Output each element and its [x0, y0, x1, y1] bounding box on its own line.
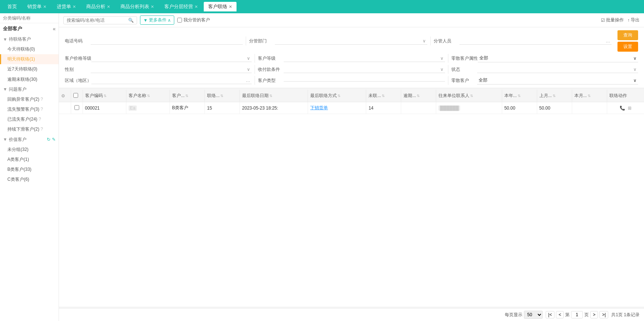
filter-icon: ▼	[143, 18, 148, 23]
price-level-select[interactable]: ∨	[91, 55, 252, 62]
row-select-checkbox[interactable]	[74, 105, 79, 110]
page-size-select[interactable]: 50 100 200	[524, 311, 543, 319]
sidebar-item-tomorrow-contact[interactable]: 明天待联络(1)	[0, 54, 59, 64]
sort-unit-icon[interactable]: ⇅	[470, 94, 473, 98]
close-customer-tier-icon[interactable]: ✕	[195, 4, 198, 9]
retail-customer-label: 零散客户	[451, 77, 477, 84]
query-button[interactable]: 查询	[617, 30, 638, 40]
sidebar-item-7day-contact[interactable]: 近7天待联络(0)	[0, 64, 59, 74]
close-sales-order-icon[interactable]: ✕	[43, 4, 46, 9]
sort-overdue-icon[interactable]: ⇅	[417, 94, 420, 98]
payment-select[interactable]: ∨	[284, 66, 445, 73]
customer-level-select[interactable]: ∨	[284, 55, 445, 62]
sort-name-icon[interactable]: ⇅	[147, 94, 150, 98]
manager-select[interactable]: …	[459, 38, 612, 45]
batch-operation-button[interactable]: ☑ 批量操作	[601, 17, 624, 23]
all-customers-section[interactable]: 全部客户 «	[0, 23, 59, 34]
sort-uncontact-icon[interactable]: ⇅	[382, 94, 385, 98]
row-this-month	[572, 102, 607, 114]
sidebar-search-input[interactable]	[3, 15, 58, 21]
select-all-checkbox[interactable]	[73, 93, 78, 98]
close-product-analysis-icon[interactable]: ✕	[107, 4, 110, 9]
filter-row-1: 电话号码 分管部门 ∨ 分管人员 …	[65, 30, 638, 52]
sidebar-item-overdue-contact[interactable]: 逾期未联络(30)	[0, 75, 59, 84]
retail-attr-select[interactable]: 全部 ∨	[478, 54, 638, 62]
sidebar-item-churn-warning[interactable]: 流失预警客户(3) ?	[0, 104, 59, 114]
my-customers-filter[interactable]: 我分管的客户	[177, 17, 210, 23]
sort-method-icon[interactable]: ⇅	[337, 94, 340, 98]
main-search-icon[interactable]: 🔍	[128, 18, 134, 23]
filter-row-3: 性别 ∨ 收付款条件 ∨ 状态 ∨	[65, 65, 638, 74]
page-unit: 页	[584, 312, 589, 318]
batch-op-label: 批量操作	[606, 17, 624, 23]
sidebar-item-class-c[interactable]: C类客户(6)	[0, 175, 59, 184]
sort-year-icon[interactable]: ⇅	[518, 94, 521, 98]
export-button[interactable]: ↑ 导出	[627, 17, 640, 23]
nav-customer-tier[interactable]: 客户分层经营✕	[160, 2, 202, 11]
sidebar-item-class-b[interactable]: B类客户(33)	[0, 165, 59, 175]
phone-input[interactable]	[91, 38, 243, 45]
filter-manager: 分管人员 …	[434, 38, 612, 45]
action-more-icon[interactable]: ⊞	[628, 106, 631, 111]
last-contact-method-link[interactable]: 下销货单	[310, 105, 328, 110]
row-last-month: 50.00	[537, 102, 572, 114]
filter-button[interactable]: ▼ 更多条件 ∧	[140, 15, 174, 25]
filter-arrow-icon: ∧	[168, 18, 171, 23]
sort-lastmonth-icon[interactable]: ⇅	[553, 94, 556, 98]
sidebar-group-problem-customers[interactable]: ▼ 问题客户	[0, 84, 59, 94]
settings-button[interactable]: 设置	[617, 42, 638, 52]
main-search-input[interactable]	[67, 18, 128, 23]
footer: 每页显示 50 100 200 |< < 第 页 > >| 共1页 1条记录	[59, 308, 644, 321]
close-customer-contact-icon[interactable]: ✕	[229, 4, 232, 9]
filter-status: 状态 ∨	[451, 66, 638, 73]
top-nav: 首页 销货单✕ 进货单✕ 商品分析✕ 商品分析列表✕ 客户分层经营✕ 客户联络✕	[0, 0, 644, 13]
sidebar-item-class-a[interactable]: A类客户(1)	[0, 155, 59, 165]
sort-contact-icon[interactable]: ⇅	[220, 94, 223, 98]
dept-select[interactable]: ∨	[275, 38, 427, 45]
close-product-analysis-list-icon[interactable]: ✕	[151, 4, 154, 9]
edit-value-icon[interactable]: ✎	[52, 137, 56, 142]
page-size-label: 每页显示	[505, 312, 522, 318]
my-customers-checkbox[interactable]	[177, 18, 182, 23]
retail-attr-label: 零散客户属性	[451, 55, 478, 62]
sort-type-icon[interactable]: ⇅	[185, 94, 188, 98]
action-buttons: 查询 设置	[617, 30, 638, 52]
sidebar-item-ungrouped[interactable]: 未分组(32)	[0, 145, 59, 155]
payment-arrow-icon: ∨	[440, 67, 444, 72]
close-purchase-order-icon[interactable]: ✕	[73, 4, 76, 9]
customer-type-select[interactable]	[284, 80, 445, 82]
first-page-button[interactable]: |<	[546, 311, 554, 318]
region-select[interactable]: …	[91, 77, 252, 84]
query-settings-group: 查询 设置	[617, 30, 638, 52]
toolbar-right: ☑ 批量操作 ↑ 导出	[601, 17, 640, 23]
sidebar-item-today-contact[interactable]: 今天待联络(0)	[0, 44, 59, 54]
nav-sales-order[interactable]: 销货单✕	[23, 2, 51, 11]
nav-product-analysis-list[interactable]: 商品分析列表✕	[116, 2, 158, 11]
sort-thismonth-icon[interactable]: ⇅	[588, 94, 591, 98]
nav-home[interactable]: 首页	[3, 2, 21, 11]
sidebar-item-declining[interactable]: 持续下滑客户(2) ?	[0, 124, 59, 134]
arrow-icon-2: ▼	[3, 87, 7, 92]
refresh-value-icon[interactable]: ↻	[47, 137, 50, 142]
action-phone-icon[interactable]: 📞	[620, 106, 625, 111]
nav-product-analysis[interactable]: 商品分析✕	[82, 2, 115, 11]
page-input[interactable]	[571, 311, 583, 318]
nav-purchase-order[interactable]: 进货单✕	[52, 2, 80, 11]
row-settings	[59, 102, 71, 114]
nav-customer-contact[interactable]: 客户联络✕	[204, 2, 237, 11]
sidebar-item-repurchase-abnormal[interactable]: 回购异常客户(2) ?	[0, 94, 59, 104]
sidebar-item-churned[interactable]: 已流失客户(24) ?	[0, 114, 59, 124]
last-page-button[interactable]: >|	[599, 311, 608, 318]
retail-customer-select[interactable]: 全部 ∨	[477, 76, 638, 84]
status-select[interactable]: ∨	[477, 66, 638, 73]
row-customer-type: B类客户	[170, 102, 205, 114]
next-page-button[interactable]: >	[590, 311, 598, 318]
gender-select[interactable]: ∨	[91, 66, 252, 73]
collapse-icon[interactable]: «	[53, 26, 56, 32]
sort-code-icon[interactable]: ⇅	[104, 94, 106, 98]
column-settings-icon[interactable]: ⚙	[61, 93, 65, 99]
prev-page-button[interactable]: <	[556, 311, 564, 318]
sidebar-group-pending-contact[interactable]: ▼ 待联络客户	[0, 34, 59, 44]
sidebar-group-value-customers[interactable]: ▼ 价值客户 ↻ ✎	[0, 135, 59, 145]
sort-last-date-icon[interactable]: ⇅	[269, 94, 272, 98]
